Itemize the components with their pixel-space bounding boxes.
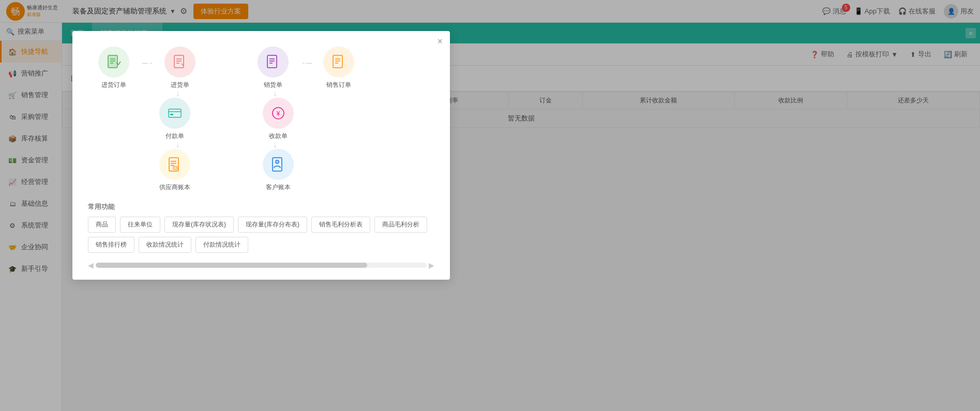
arrow-down-receipt: ↓ (273, 89, 277, 98)
func-btn-8[interactable]: 付款情况统计 (195, 237, 248, 253)
svg-rect-11 (170, 114, 173, 115)
flow-row-1: 进货订单 - - - - - → 进货单 (88, 47, 206, 89)
receipt-label: 收款单 (269, 132, 288, 141)
supplier-account-label: 供应商账本 (159, 183, 190, 192)
sales-order-label: 销售订单 (326, 81, 351, 89)
flow-node-payment[interactable]: 付款单 (149, 98, 201, 141)
flow-node-sales-invoice[interactable]: 销货单 (247, 47, 299, 89)
scroll-left-icon[interactable]: ◀ (88, 261, 94, 269)
arrow-down-customer: ↓ (273, 141, 277, 149)
sales-invoice-circle (258, 47, 289, 78)
flow-node-supplier-account[interactable]: 供应商账本 (149, 149, 201, 192)
func-btn-1[interactable]: 往来单位 (120, 217, 160, 233)
arrow-down-payment: ↓ (176, 89, 180, 98)
func-btn-7[interactable]: 收款情况统计 (139, 237, 191, 253)
purchase-order-label: 进货订单 (101, 81, 126, 89)
flow-node-purchase-order[interactable]: 进货订单 (88, 47, 140, 89)
modal-scrollbar-area: ◀ ▶ (88, 261, 434, 269)
arrow-left-1: ← - - - - - (299, 59, 313, 67)
func-btn-5[interactable]: 商品毛利分析 (374, 217, 427, 233)
receipt-circle: ¥ (263, 98, 294, 129)
customer-account-circle (263, 149, 294, 180)
flow-node-purchase-receipt[interactable]: 进货单 (154, 47, 206, 89)
purchase-order-circle (98, 47, 129, 78)
content-area: 首页 销售订单执行表 × × ❓ 帮助 (62, 23, 980, 411)
left-flow-col: 进货订单 - - - - - → 进货单 (88, 47, 206, 192)
flow-row-r1: 销货单 ← - - - - - 销售订单 (247, 47, 365, 89)
quick-nav-modal: × 进货订单 (72, 31, 450, 280)
flow-row-r2: ¥ 收款单 (252, 98, 304, 141)
scrollbar-track[interactable] (96, 263, 427, 268)
func-buttons-row: 商品往来单位现存量(库存状况表)现存量(库存分布表)销售毛利分析表商品毛利分析销… (88, 217, 434, 253)
common-functions-title: 常用功能 (88, 202, 434, 211)
sales-invoice-label: 销货单 (264, 81, 282, 89)
payment-circle (159, 98, 190, 129)
flow-row-3: 供应商账本 (149, 149, 201, 192)
svg-text:¥: ¥ (276, 110, 280, 117)
svg-rect-17 (267, 55, 277, 68)
payment-label: 付款单 (165, 132, 184, 141)
scroll-right-icon[interactable]: ▶ (429, 261, 434, 269)
svg-rect-0 (108, 55, 117, 68)
flow-row-2: 付款单 (149, 98, 201, 141)
supplier-account-circle (159, 149, 190, 180)
purchase-receipt-label: 进货单 (171, 81, 189, 89)
modal-close-button[interactable]: × (437, 36, 443, 47)
svg-point-28 (276, 160, 279, 163)
svg-rect-27 (273, 158, 282, 171)
svg-rect-16 (173, 166, 177, 170)
right-flow-col: 销货单 ← - - - - - 销售订单 (247, 47, 365, 192)
sales-order-circle (323, 47, 354, 78)
flow-diagram: 进货订单 - - - - - → 进货单 (88, 47, 434, 192)
customer-account-label: 客户账本 (266, 183, 291, 192)
func-btn-4[interactable]: 销售毛利分析表 (311, 217, 370, 233)
svg-rect-5 (174, 55, 184, 68)
main-area: 🔍 搜索菜单 🏠 快捷导航 📢 营销推广 🛒 销售管理 🛍 采购管理 📦 (0, 23, 980, 411)
svg-rect-21 (333, 55, 342, 68)
scrollbar-thumb (96, 263, 367, 268)
flow-row-r3: 客户账本 (252, 149, 304, 192)
func-btn-6[interactable]: 销售排行榜 (88, 237, 134, 253)
func-btn-0[interactable]: 商品 (88, 217, 116, 233)
flow-node-receipt[interactable]: ¥ 收款单 (252, 98, 304, 141)
arrow-down-supplier: ↓ (176, 141, 180, 149)
svg-rect-9 (169, 109, 181, 117)
flow-node-sales-order[interactable]: 销售订单 (313, 47, 365, 89)
purchase-receipt-circle (164, 47, 195, 78)
app-wrapper: 畅 畅康通好生意标准版 装备及固定资产辅助管理系统 ▼ ⚙ 体验行业方案 💬 消… (0, 0, 980, 411)
flow-node-customer-account[interactable]: 客户账本 (252, 149, 304, 192)
common-functions: 常用功能 商品往来单位现存量(库存状况表)现存量(库存分布表)销售毛利分析表商品… (88, 202, 434, 253)
arrow-right-1: - - - - - → (140, 59, 154, 67)
func-btn-2[interactable]: 现存量(库存状况表) (164, 217, 234, 233)
func-btn-3[interactable]: 现存量(库存分布表) (238, 217, 307, 233)
